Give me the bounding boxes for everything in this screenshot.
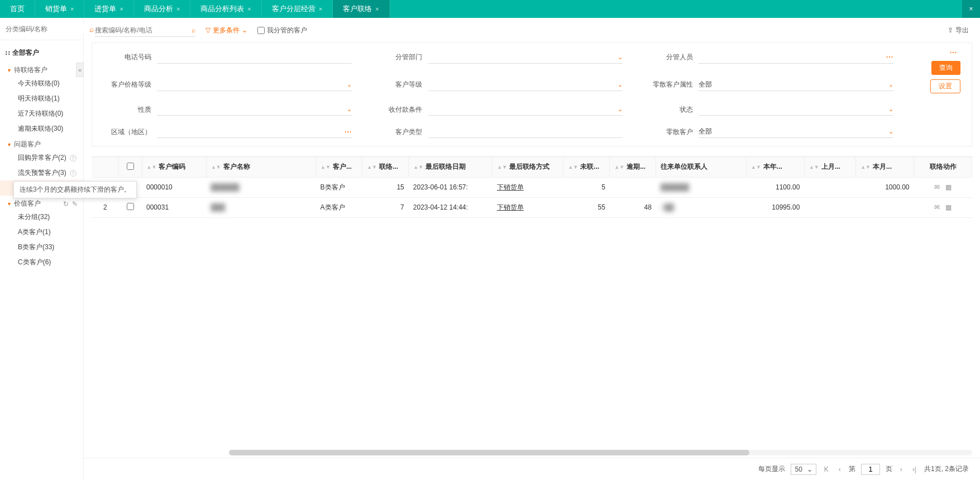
sort-icon[interactable]: ▲▼ [751,166,761,169]
tab-product-analysis[interactable]: 商品分析× [134,0,190,18]
close-icon[interactable]: × [119,6,123,12]
close-icon[interactable]: × [176,6,180,12]
tab-home[interactable]: 首页 [0,0,35,18]
retail-field[interactable]: 全部⌄ [699,126,893,138]
col-name[interactable]: ▲▼客户名称 [206,157,315,177]
col-contact-person[interactable]: 往来单位联系人 [656,157,747,177]
help-icon[interactable]: ? [70,155,77,161]
person-field[interactable]: ··· [699,51,893,64]
sort-icon[interactable]: ▲▼ [497,166,507,169]
close-icon[interactable]: × [70,6,74,12]
col-last-way[interactable]: ▲▼最后联络方式 [493,157,563,177]
page-input[interactable] [861,464,880,475]
close-icon[interactable]: × [319,6,322,12]
page-last-button[interactable]: ›| [910,465,919,473]
search-input[interactable] [95,24,192,36]
sort-icon[interactable]: ▲▼ [413,166,423,169]
more-actions-button[interactable]: ··· [950,49,957,56]
col-last-date[interactable]: ▲▼最后联络日期 [409,157,493,177]
tab-purchase-order[interactable]: 进货单× [84,0,133,18]
setting-button[interactable]: 设置 [930,79,960,93]
table-row[interactable]: 10000010██████B类客户152023-06-01 16:57:下销货… [92,177,972,197]
table-row[interactable]: 2000031███A类客户72023-04-12 14:44:下销货单5548… [92,197,972,217]
price-level-field[interactable]: ⌄ [157,79,352,91]
col-no-contact[interactable]: ▲▼未联... [563,157,610,177]
row-checkbox[interactable] [127,203,134,210]
close-icon[interactable]: × [375,6,379,12]
tab-product-analysis-list[interactable]: 商品分析列表× [190,0,261,18]
cell-last-way[interactable]: 下销货单 [493,177,563,197]
scrollbar-thumb[interactable] [229,450,749,455]
refresh-icon[interactable]: ↻ [63,200,69,208]
chat-icon[interactable]: ✉ [934,183,940,191]
payment-field[interactable]: ⌄ [428,103,623,116]
sidebar-item-today[interactable]: 今天待联络(0) [0,76,83,91]
help-icon[interactable]: ? [70,170,77,177]
sidebar-item-class-a[interactable]: A类客户(1) [0,225,83,240]
search-icon[interactable]: ⌕ [89,25,94,34]
more-conditions-toggle[interactable]: ▽ 更多条件 ⌄ [205,26,247,35]
tab-customer-contact[interactable]: 客户联络× [333,0,389,18]
col-overdue[interactable]: ▲▼逾期... [610,157,656,177]
cell-select[interactable] [118,197,142,217]
my-customers-checkbox-input[interactable] [257,27,265,34]
page-prev-button[interactable]: ‹ [836,465,843,473]
sort-icon[interactable]: ▲▼ [321,166,331,169]
sidebar-group-pending[interactable]: ▾ 待联络客户 [0,62,83,76]
sidebar-item-class-b[interactable]: B类客户(33) [0,240,83,255]
sort-icon[interactable]: ▲▼ [147,166,157,169]
sidebar-item-repurchase-abnormal[interactable]: 回购异常客户(2)? [0,150,83,165]
tab-customer-tier[interactable]: 客户分层经营× [262,0,333,18]
customer-type-field[interactable] [428,126,623,138]
qr-icon[interactable]: ▦ [945,203,952,211]
horizontal-scrollbar[interactable] [229,450,972,455]
sidebar-item-ungrouped[interactable]: 未分组(32) [0,210,83,225]
sort-icon[interactable]: ▲▼ [809,166,819,169]
cell-actions: ✉▦ [914,197,972,217]
page-next-button[interactable]: › [898,465,905,473]
col-code[interactable]: ▲▼客户编码 [142,157,206,177]
sidebar-search-input[interactable] [6,25,89,33]
sidebar-all-customers[interactable]: ∷ 全部客户 [0,44,83,62]
edit-icon[interactable]: ✎ [72,200,78,208]
sort-icon[interactable]: ▲▼ [614,166,624,169]
close-all-tabs-button[interactable]: × [962,0,980,18]
sidebar-collapse-button[interactable]: « [76,63,84,77]
sort-icon[interactable]: ▲▼ [211,166,221,169]
page-first-button[interactable]: K [822,465,831,473]
col-this-month[interactable]: ▲▼本月... [856,157,914,177]
col-year-amount[interactable]: ▲▼本年... [747,157,805,177]
export-button[interactable]: ⇪ 导出 [948,26,969,35]
retail-attr-field[interactable]: 全部⌄ [699,79,893,91]
phone-field[interactable] [157,51,352,64]
tab-sales-order[interactable]: 销货单× [35,0,84,18]
select-all-checkbox[interactable] [127,163,134,170]
sort-icon[interactable]: ▲▼ [568,166,578,169]
col-contact-count[interactable]: ▲▼联络... [362,157,409,177]
sort-icon[interactable]: ▲▼ [861,166,871,169]
sidebar-item-class-c[interactable]: C类客户(6) [0,255,83,270]
sort-icon[interactable]: ▲▼ [367,166,377,169]
region-field[interactable]: ··· [157,126,352,138]
customer-level-field[interactable]: ⌄ [428,79,623,91]
col-index[interactable] [92,157,118,177]
sidebar-group-problem[interactable]: ▾ 问题客户 [0,136,83,150]
my-customers-checkbox[interactable]: 我分管的客户 [257,26,307,35]
search-icon[interactable]: ⌕ [192,26,195,34]
query-button[interactable]: 查询 [931,61,960,75]
sidebar-item-tomorrow[interactable]: 明天待联络(1) [0,91,83,106]
chat-icon[interactable]: ✉ [934,203,940,211]
sidebar-item-churn-warning[interactable]: 流失预警客户(3)? [0,165,83,180]
close-icon[interactable]: × [247,6,251,12]
dept-field[interactable]: ⌄ [428,51,623,64]
sidebar-item-7days[interactable]: 近7天待联络(0) [0,106,83,121]
sidebar-item-overdue[interactable]: 逾期未联络(30) [0,121,83,136]
qr-icon[interactable]: ▦ [945,183,952,191]
per-page-select[interactable]: 50⌄ [791,464,816,475]
col-class[interactable]: ▲▼客户... [316,157,362,177]
col-last-month[interactable]: ▲▼上月... [804,157,855,177]
cell-last-way[interactable]: 下销货单 [493,197,563,217]
status-field[interactable]: ⌄ [699,103,893,116]
nature-field[interactable]: ⌄ [157,103,352,116]
col-select-all[interactable] [118,157,142,177]
